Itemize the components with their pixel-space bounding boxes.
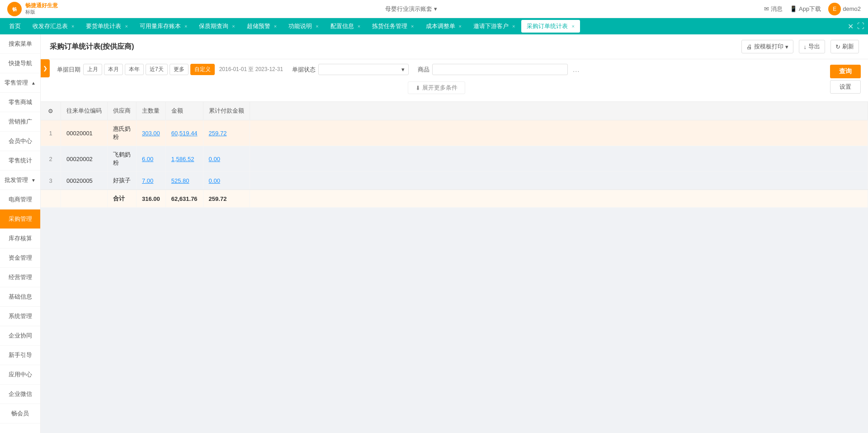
sidebar-item-search[interactable]: 搜索菜单 bbox=[0, 34, 40, 54]
sidebar-wholesale-label: 批发管理 bbox=[5, 176, 28, 184]
sidebar-item-collab[interactable]: 企业协同 bbox=[0, 326, 40, 346]
tab-yaohuo-close[interactable]: × bbox=[125, 24, 127, 29]
tab-shoufacun-close[interactable]: × bbox=[71, 24, 74, 29]
footer-qty: 316.00 bbox=[137, 190, 166, 208]
sidebar-quicknav-label: 快捷导航 bbox=[9, 59, 32, 67]
sidebar-item-basics[interactable]: 基础信息 bbox=[0, 287, 40, 307]
sidebar-item-retail-mall[interactable]: 零售商城 bbox=[0, 93, 40, 112]
row-paid-1: 259.72 bbox=[203, 120, 250, 146]
tab-caigou-close[interactable]: × bbox=[571, 24, 574, 29]
sidebar-item-inventory[interactable]: 库存核算 bbox=[0, 229, 40, 248]
refresh-button[interactable]: ↻ 刷新 bbox=[830, 40, 859, 53]
tab-kuyong-close[interactable]: × bbox=[184, 24, 187, 29]
sidebar-item-system[interactable]: 系统管理 bbox=[0, 307, 40, 326]
sidebar-newbie-label: 新手引导 bbox=[9, 351, 32, 359]
goods-more-icon[interactable]: … bbox=[572, 66, 580, 74]
sidebar-item-marketing[interactable]: 营销推广 bbox=[0, 112, 40, 132]
expand-btn[interactable]: ⬇ 展开更多条件 bbox=[408, 81, 465, 94]
tab-yaoqing-close[interactable]: × bbox=[512, 24, 515, 29]
row-amount-2: 1,586.52 bbox=[165, 146, 203, 172]
sidebar-inventory-label: 库存核算 bbox=[9, 234, 32, 243]
status-select[interactable]: ▾ bbox=[318, 64, 409, 75]
page-title: 采购订单统计表(按供应商) bbox=[50, 42, 134, 52]
settings-button[interactable]: 设置 bbox=[830, 80, 861, 94]
tab-shoufacun[interactable]: 收发存汇总表 × bbox=[27, 20, 80, 33]
logo-area: 畅 畅捷通好生意 标版 bbox=[7, 2, 58, 16]
tab-chengben[interactable]: 成本调整单 × bbox=[420, 20, 467, 33]
sidebar-item-member[interactable]: 会员中心 bbox=[0, 132, 40, 151]
page-header: 采购订单统计表(按供应商) 🖨 按模板打印 ▾ ↓ 导出 ↻ 刷新 bbox=[41, 34, 868, 59]
row-code-3: 00020005 bbox=[61, 172, 108, 190]
download-icon: 📱 bbox=[790, 5, 797, 12]
tab-kuyong-label: 可用量库存账本 bbox=[140, 22, 181, 30]
sidebar-item-member2[interactable]: 畅会员 bbox=[0, 404, 40, 423]
top-bar-right: ✉ 消息 📱 App下载 E demo2 bbox=[764, 3, 861, 15]
username: demo2 bbox=[843, 5, 861, 12]
btn-last-month[interactable]: 上月 bbox=[83, 64, 102, 75]
user-area[interactable]: E demo2 bbox=[828, 3, 861, 15]
btn-custom-date[interactable]: 自定义 bbox=[190, 64, 215, 75]
tab-gongneng-close[interactable]: × bbox=[316, 24, 318, 29]
avatar: E bbox=[828, 3, 841, 15]
message-label: 消息 bbox=[771, 5, 783, 13]
tab-caigou[interactable]: 采购订单统计表 × bbox=[521, 20, 580, 33]
sidebar-item-ecommerce[interactable]: 电商管理 bbox=[0, 190, 40, 209]
sidebar-retail-mall-label: 零售商城 bbox=[9, 98, 32, 106]
sidebar-item-operations[interactable]: 经营管理 bbox=[0, 268, 40, 287]
print-button[interactable]: 🖨 按模板打印 ▾ bbox=[741, 40, 793, 53]
query-button[interactable]: 查询 bbox=[830, 65, 861, 78]
nav-expand-btn[interactable]: ⛶ bbox=[857, 22, 864, 30]
row-qty-3: 7.00 bbox=[137, 172, 166, 190]
sidebar-item-retail-mgmt[interactable]: 零售管理 ▲ bbox=[0, 73, 40, 93]
filter-toggle-btn[interactable]: ❯ bbox=[41, 59, 50, 77]
filter-row-1: 单据日期 上月 本月 本年 近7天 更多 自定义 bbox=[57, 64, 816, 75]
print-arrow-icon: ▾ bbox=[785, 43, 788, 50]
sidebar-item-wholesale[interactable]: 批发管理 ▼ bbox=[0, 171, 40, 190]
btn-this-month[interactable]: 本月 bbox=[104, 64, 123, 75]
workspace-selector[interactable]: 母婴行业演示账套 ▾ bbox=[385, 5, 437, 13]
app-download-label: App下载 bbox=[799, 5, 821, 13]
sidebar-item-finance[interactable]: 资金管理 bbox=[0, 248, 40, 268]
tab-baozhi-close[interactable]: × bbox=[232, 24, 235, 29]
table-header: ⚙ 往来单位编码 供应商 主数量 金额 累计付款金额 bbox=[41, 102, 868, 120]
btn-more-date[interactable]: 更多 bbox=[170, 64, 189, 75]
tab-peizhi[interactable]: 配置信息 × bbox=[325, 20, 366, 33]
tab-chengben-close[interactable]: × bbox=[459, 24, 462, 29]
row-paid-3: 0.00 bbox=[203, 172, 250, 190]
tab-kuyong[interactable]: 可用量库存账本 × bbox=[134, 20, 193, 33]
goods-filter: 商品 … bbox=[418, 64, 580, 75]
data-table: ⚙ 往来单位编码 供应商 主数量 金额 累计付款金额 1 bbox=[41, 102, 868, 208]
goods-input[interactable] bbox=[432, 64, 568, 75]
sidebar-item-retail-stat[interactable]: 零售统计 bbox=[0, 151, 40, 171]
sidebar-basics-label: 基础信息 bbox=[9, 293, 32, 301]
tab-home-label: 首页 bbox=[9, 22, 21, 30]
tab-chaocheng-close[interactable]: × bbox=[274, 24, 277, 29]
tab-gongneng[interactable]: 功能说明 × bbox=[283, 20, 324, 33]
sidebar-item-purchase[interactable]: 采购管理 bbox=[0, 209, 40, 229]
status-label: 单据状态 bbox=[292, 66, 316, 74]
sidebar-item-newbie[interactable]: 新手引导 bbox=[0, 346, 40, 365]
col-settings[interactable]: ⚙ bbox=[41, 102, 61, 120]
tab-chaocheng[interactable]: 超储预警 × bbox=[241, 20, 282, 33]
sidebar-marketing-label: 营销推广 bbox=[9, 118, 32, 126]
btn-7days[interactable]: 近7天 bbox=[146, 64, 168, 75]
sidebar-item-appcenter[interactable]: 应用中心 bbox=[0, 365, 40, 385]
tab-jianhuo[interactable]: 拣货任务管理 × bbox=[367, 20, 419, 33]
filter-main: 单据日期 上月 本月 本年 近7天 更多 自定义 bbox=[50, 59, 823, 101]
sidebar-member-label: 会员中心 bbox=[9, 137, 32, 145]
tab-home[interactable]: 首页 bbox=[4, 20, 26, 33]
sidebar-item-quicknav[interactable]: 快捷导航 bbox=[0, 54, 40, 73]
nav-close-btn[interactable]: ✕ bbox=[848, 22, 854, 31]
sidebar-finance-label: 资金管理 bbox=[9, 254, 32, 262]
export-button[interactable]: ↓ 导出 bbox=[799, 40, 826, 53]
tab-baozhi[interactable]: 保质期查询 × bbox=[193, 20, 240, 33]
tab-jianhuo-close[interactable]: × bbox=[411, 24, 414, 29]
btn-this-year[interactable]: 本年 bbox=[125, 64, 144, 75]
app-download-btn[interactable]: 📱 App下载 bbox=[790, 5, 821, 13]
sidebar-item-wechat[interactable]: 企业微信 bbox=[0, 385, 40, 404]
message-btn[interactable]: ✉ 消息 bbox=[764, 5, 783, 13]
tab-yaoqing[interactable]: 邀请下游客户 × bbox=[468, 20, 520, 33]
tab-peizhi-close[interactable]: × bbox=[358, 24, 360, 29]
tab-yaohuo[interactable]: 要货单统计表 × bbox=[80, 20, 133, 33]
tab-baozhi-label: 保质期查询 bbox=[199, 22, 228, 30]
